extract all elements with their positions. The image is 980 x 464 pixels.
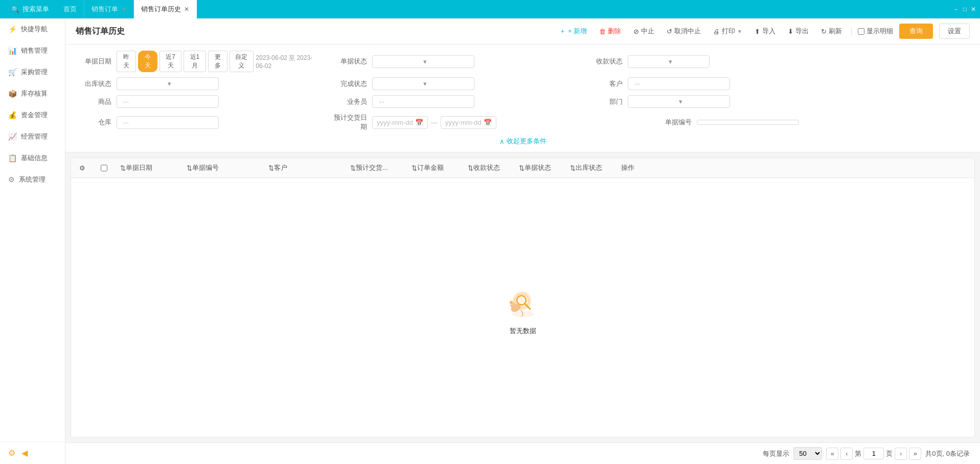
select-all-checkbox[interactable] [101,165,107,171]
delete-button[interactable]: 🗑 删除 [596,25,624,38]
th-date[interactable]: ⇅ 单据日期 [114,163,180,172]
th-action-label: 操作 [621,163,634,172]
sidebar-item-basic-info-label: 基础信息 [21,153,48,163]
date-btn-more[interactable]: 更多 [208,51,227,72]
pay-status-arrow: ▾ [669,58,705,65]
first-page-button[interactable]: « [826,448,838,460]
th-settings[interactable]: ⚙ [71,164,94,172]
close-sales-order-tab[interactable]: ✕ [121,6,126,13]
add-button[interactable]: ＋ + 新增 [556,25,590,38]
sidebar-settings-icon[interactable]: ⚙ [8,448,15,458]
search-menu[interactable]: 🔍 搜索菜单 [4,0,56,18]
th-amount[interactable]: ⇅ 订单金额 [405,163,462,172]
filter-customer-control: ··· [628,77,970,90]
th-order[interactable]: ⇅ 单据编号 [180,163,262,172]
customer-input[interactable]: ··· [628,77,730,90]
pay-status-select[interactable]: ▾ [628,55,710,68]
import-button[interactable]: ⬆ 导入 [751,25,779,38]
query-button[interactable]: 查询 [899,24,933,39]
out-status-select[interactable]: ▾ [117,77,219,90]
refresh-button[interactable]: ↻ 刷新 [818,25,845,38]
page-size-select[interactable]: 50 10 20 100 [793,447,822,460]
sidebar-bottom: ⚙ ◀ [0,441,65,464]
tab-sales-order[interactable]: 销售订单 ✕ [84,0,134,18]
expected-date-to[interactable]: yyyy-mm-dd 📅 [441,116,496,129]
close-sales-order-history-tab[interactable]: ✕ [184,6,189,13]
th-delivery[interactable]: ⇅ 预计交货... [344,163,405,172]
customer-dots[interactable]: ··· [634,80,640,87]
warehouse-dots[interactable]: ··· [123,119,129,126]
warehouse-input[interactable]: ··· [117,116,219,129]
settings-icon[interactable]: ⚙ [79,164,85,172]
stop-button[interactable]: ⊘ 中止 [630,25,657,38]
prev-page-button[interactable]: ‹ [840,448,853,460]
sidebar-item-operations[interactable]: 📈 经营管理 [0,126,65,147]
page-number-input[interactable] [863,448,884,459]
close-button[interactable]: ✕ [971,6,976,13]
date-btn-yesterday[interactable]: 昨天 [117,51,136,72]
th-amount-label: 订单金额 [417,163,444,172]
salesperson-input[interactable]: ··· [372,95,474,108]
tab-sales-order-history[interactable]: 销售订单历史 ✕ [134,0,197,18]
salesperson-dots[interactable]: ··· [379,98,384,105]
toolbar-separator [851,27,852,35]
max-button[interactable]: □ [963,6,967,13]
print-button[interactable]: 🖨 打印 ▼ [710,25,745,38]
delete-icon: 🗑 [599,28,606,35]
expected-date-to-cal[interactable]: 📅 [484,119,492,126]
cancel-stop-icon: ↺ [667,28,672,35]
cancel-stop-button[interactable]: ↺ 取消中止 [664,25,704,38]
th-customer[interactable]: ⇅ 客户 [262,163,344,172]
filter-order-status-select[interactable]: ▾ [372,55,577,68]
settings-button[interactable]: 设置 [939,24,970,39]
department-select[interactable]: ▾ [628,95,730,108]
min-button[interactable]: － [953,5,959,14]
collapse-filter-row[interactable]: ∧ 收起更多条件 [76,137,970,146]
filter-order-status-label: 单据状态 [331,57,372,66]
date-btn-1month[interactable]: 近1月 [184,51,206,72]
complete-status-select[interactable]: ▾ [372,77,474,90]
th-pay-status[interactable]: ⇅ 收款状态 [462,163,513,172]
date-range-text: 2023-06-02 至 2023-06-02 [256,54,321,70]
sidebar-item-purchase-mgmt[interactable]: 🛒 采购管理 [0,61,65,83]
expected-date-from[interactable]: yyyy-mm-dd 📅 [372,116,428,129]
display-details-checkbox[interactable] [858,28,864,35]
date-btn-custom[interactable]: 自定义 [230,51,254,72]
system-icon: ⚙ [8,175,15,184]
th-check[interactable] [94,165,114,171]
th-customer-label: 客户 [274,163,287,172]
date-btn-7days[interactable]: 近7天 [159,51,181,72]
tab-home[interactable]: 首页 [56,0,84,18]
goods-dots[interactable]: ··· [123,98,129,105]
sidebar-item-finance[interactable]: 💰 资金管理 [0,104,65,126]
expected-date-from-cal[interactable]: 📅 [415,119,423,126]
date-btn-today[interactable]: 今天 [138,51,157,72]
toolbar: ＋ + 新增 🗑 删除 ⊘ 中止 ↺ 取消中止 🖨 打印 [556,24,970,39]
export-button[interactable]: ⬇ 导出 [785,25,812,38]
sidebar-item-system[interactable]: ⚙ 系统管理 [0,169,65,190]
last-page-button[interactable]: » [909,448,921,460]
sidebar-item-basic-info[interactable]: 📋 基础信息 [0,147,65,169]
add-label: + 新增 [568,27,587,36]
search-icon: 🔍 [11,6,19,13]
display-details-check[interactable]: 显示明细 [858,27,893,36]
th-order-status[interactable]: ⇅ 单据状态 [513,163,564,172]
order-no-input[interactable] [697,120,799,125]
filter-pay-status-label: 收款状态 [587,57,628,66]
filter-pay-status-control: ▾ [628,55,970,68]
next-page-button[interactable]: › [895,448,907,460]
order-status-arrow: ▾ [423,58,470,65]
th-date-label: 单据日期 [126,163,152,172]
th-action: 操作 [615,163,974,172]
sidebar-collapse-icon[interactable]: ◀ [21,448,28,458]
th-out-status[interactable]: ⇅ 出库状态 [564,163,615,172]
goods-input[interactable]: ··· [117,95,219,108]
refresh-icon: ↻ [821,28,827,35]
out-status-arrow: ▾ [168,80,214,87]
sidebar-item-sales-mgmt[interactable]: 📊 销售管理 [0,40,65,61]
sidebar-item-inventory[interactable]: 📦 库存核算 [0,83,65,104]
order-status-select[interactable]: ▾ [372,55,474,68]
delete-label: 删除 [608,27,621,36]
add-icon: ＋ [559,27,566,36]
sidebar-item-quick-nav[interactable]: ⚡ 快捷导航 [0,18,65,40]
